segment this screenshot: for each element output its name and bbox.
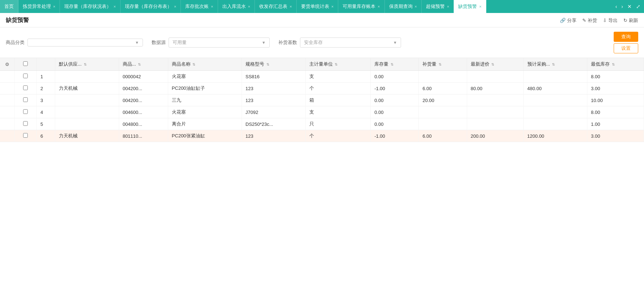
select-all-checkbox[interactable] xyxy=(23,61,28,66)
export-icon: ⇩ xyxy=(603,18,607,23)
unit-sort-icon[interactable]: ⇅ xyxy=(335,62,338,66)
col-stock-header[interactable]: 库存量 ⇅ xyxy=(371,58,419,71)
row-index: 4 xyxy=(37,106,55,118)
tab-summary[interactable]: 收发存汇总表 × xyxy=(255,0,296,13)
row-product-name: PC200张紧油缸 xyxy=(168,130,242,142)
col-unit-header[interactable]: 主计量单位 ⇅ xyxy=(305,58,370,71)
tab-inventory-dist-label: 现存量（库存分布表） xyxy=(125,3,172,10)
est-purchase-sort-icon[interactable]: ⇅ xyxy=(552,62,555,66)
query-button[interactable]: 查询 xyxy=(614,32,638,42)
col-min-stock-label: 最低库存 xyxy=(591,61,610,67)
tab-flow-close[interactable]: × xyxy=(248,4,250,9)
table-row: 1 0000042 火花塞 SS816 支 0.00 8.00 xyxy=(0,71,644,83)
replenish-select[interactable]: 安全库存 ▼ xyxy=(300,37,401,48)
supplier-sort-icon[interactable]: ⇅ xyxy=(84,62,87,66)
tab-req-stats-label: 要货单统计表 xyxy=(301,3,329,10)
row-est-purchase xyxy=(523,118,587,130)
col-settings-header[interactable]: ⚙ xyxy=(0,58,14,71)
tab-req-stats[interactable]: 要货单统计表 × xyxy=(297,0,338,13)
tab-close-all[interactable]: ✕ xyxy=(625,2,634,11)
col-supplier-header[interactable]: 默认供应... ⇅ xyxy=(55,58,119,71)
tab-scroll-right[interactable]: › xyxy=(619,2,625,11)
row-supplier xyxy=(55,94,119,106)
tab-summary-close[interactable]: × xyxy=(290,4,292,9)
row-checkbox[interactable] xyxy=(23,74,28,78)
tab-batch[interactable]: 库存批次账 × xyxy=(181,0,218,13)
tab-exception-close[interactable]: × xyxy=(53,4,55,9)
spec-sort-icon[interactable]: ⇅ xyxy=(266,62,269,66)
col-product-name-header[interactable]: 商品名称 ⇅ xyxy=(168,58,242,71)
category-select[interactable]: ▼ xyxy=(27,39,143,47)
row-est-purchase: 1200.00 xyxy=(523,130,587,142)
tab-home[interactable]: 首页 xyxy=(0,0,18,13)
stock-sort-icon[interactable]: ⇅ xyxy=(391,62,393,66)
col-est-purchase-header[interactable]: 预计采购... ⇅ xyxy=(523,58,587,71)
col-checkbox-header[interactable] xyxy=(14,58,37,71)
tab-overstock[interactable]: 超储预警 × xyxy=(422,0,454,13)
col-spec-header[interactable]: 规格型号 ⇅ xyxy=(242,58,306,71)
tab-shortage-close[interactable]: × xyxy=(479,4,481,9)
tab-flow[interactable]: 出入库流水 × xyxy=(218,0,255,13)
row-settings-cell xyxy=(0,106,14,118)
replenish-button[interactable]: ✎ 补货 xyxy=(582,17,597,24)
row-checkbox-cell[interactable] xyxy=(14,83,37,94)
row-checkbox[interactable] xyxy=(23,97,28,102)
settings-gear-icon[interactable]: ⚙ xyxy=(5,62,9,67)
row-stock: 0.00 xyxy=(371,94,419,106)
header-actions: 🔗 分享 ✎ 补货 ⇩ 导出 ↻ 刷新 xyxy=(560,17,638,24)
tab-overstock-close[interactable]: × xyxy=(447,4,449,9)
tab-expiry[interactable]: 保质期查询 × xyxy=(385,0,422,13)
tab-available[interactable]: 可用量库存账本 × xyxy=(338,0,384,13)
product-code-sort-icon[interactable]: ⇅ xyxy=(138,62,141,66)
export-button[interactable]: ⇩ 导出 xyxy=(603,17,618,24)
row-checkbox[interactable] xyxy=(23,85,28,90)
row-index: 2 xyxy=(37,83,55,94)
tab-exception[interactable]: 拣货异常处理 × xyxy=(18,0,60,13)
replenish-label: 补货 xyxy=(588,17,597,24)
tab-batch-close[interactable]: × xyxy=(211,4,213,9)
table-body: 1 0000042 火花塞 SS816 支 0.00 8.00 2 力天机械 0… xyxy=(0,71,644,142)
col-replenish-qty-header[interactable]: 补货量 ⇅ xyxy=(419,58,467,71)
tab-inventory-status-close[interactable]: × xyxy=(113,4,116,9)
replenish-qty-sort-icon[interactable]: ⇅ xyxy=(439,62,441,66)
table-header-row: ⚙ 默认供应... ⇅ 商品... ⇅ 商品名称 xyxy=(0,58,644,71)
product-name-sort-icon[interactable]: ⇅ xyxy=(192,62,195,66)
datasource-label: 数据源 xyxy=(152,39,166,46)
latest-price-sort-icon[interactable]: ⇅ xyxy=(491,62,494,66)
row-checkbox-cell[interactable] xyxy=(14,130,37,142)
tab-expiry-close[interactable]: × xyxy=(415,4,417,9)
row-checkbox-cell[interactable] xyxy=(14,94,37,106)
row-checkbox[interactable] xyxy=(23,109,28,114)
settings-button[interactable]: 设置 xyxy=(614,43,638,53)
row-checkbox[interactable] xyxy=(23,133,28,138)
row-latest-price: 80.00 xyxy=(467,83,523,94)
tab-scroll-left[interactable]: ‹ xyxy=(613,2,619,11)
col-min-stock-header[interactable]: 最低库存 ⇅ xyxy=(587,58,644,71)
datasource-select[interactable]: 可用量 ▼ xyxy=(169,37,270,48)
row-spec: J7092 xyxy=(242,106,306,118)
tab-req-stats-close[interactable]: × xyxy=(331,4,334,9)
col-latest-price-header[interactable]: 最新进价 ⇅ xyxy=(467,58,523,71)
table-container: ⚙ 默认供应... ⇅ 商品... ⇅ 商品名称 xyxy=(0,58,644,142)
share-label: 分享 xyxy=(567,17,576,24)
datasource-filter-group: 数据源 可用量 ▼ xyxy=(152,37,270,48)
tab-flow-label: 出入库流水 xyxy=(222,3,246,10)
tab-inventory-dist[interactable]: 现存量（库存分布表） × xyxy=(121,0,181,13)
tab-bar: 首页 拣货异常处理 × 现存量（库存状况表） × 现存量（库存分布表） × 库存… xyxy=(0,0,644,13)
tab-inventory-dist-close[interactable]: × xyxy=(174,4,176,9)
row-checkbox-cell[interactable] xyxy=(14,118,37,130)
row-checkbox-cell[interactable] xyxy=(14,71,37,83)
tab-inventory-status[interactable]: 现存量（库存状况表） × xyxy=(60,0,120,13)
row-checkbox[interactable] xyxy=(23,121,28,126)
refresh-button[interactable]: ↻ 刷新 xyxy=(623,17,638,24)
row-checkbox-cell[interactable] xyxy=(14,106,37,118)
row-unit: 个 xyxy=(305,130,370,142)
col-product-code-header[interactable]: 商品... ⇅ xyxy=(119,58,168,71)
replenish-filter-group: 补货基数 安全库存 ▼ xyxy=(278,37,401,48)
replenish-value: 安全库存 xyxy=(304,39,390,46)
share-button[interactable]: 🔗 分享 xyxy=(560,17,576,24)
tab-available-close[interactable]: × xyxy=(378,4,380,9)
min-stock-sort-icon[interactable]: ⇅ xyxy=(612,62,615,66)
tab-maximize[interactable]: ⤢ xyxy=(634,2,643,11)
tab-shortage[interactable]: 缺货预警 × xyxy=(454,0,486,13)
